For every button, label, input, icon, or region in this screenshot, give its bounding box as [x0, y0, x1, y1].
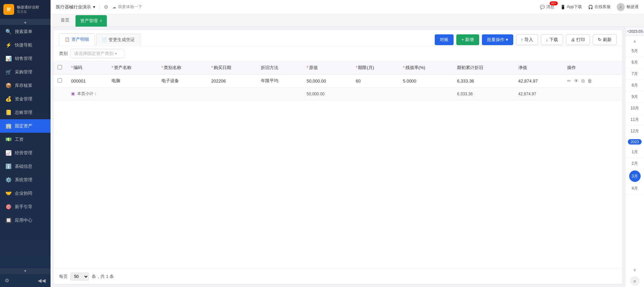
subtotal-empty-1: [54, 88, 67, 100]
tab-asset-management[interactable]: 资产管理 ×: [75, 15, 107, 27]
th-category: *类别名称: [157, 61, 207, 74]
settings-icon[interactable]: ⚙: [5, 278, 9, 284]
sidebar-item-label: 经营管理: [15, 150, 32, 156]
subtotal-icon: ▣: [71, 91, 75, 96]
sidebar-item-basic-info[interactable]: ℹ️ 基础信息: [0, 160, 51, 173]
calendar-up-arrow[interactable]: ▲: [633, 38, 637, 43]
sidebar-item-fixed-assets[interactable]: 🏢 固定资产: [0, 119, 51, 133]
calendar-down-arrow[interactable]: ▼: [633, 267, 637, 273]
new-button[interactable]: + 新增: [456, 34, 479, 45]
category-select[interactable]: 请选择固定资产类别 ▾: [70, 49, 124, 58]
select-all-checkbox[interactable]: [58, 65, 62, 69]
sidebar: 财 畅捷通好业财 普及版 ▲ 🔍 搜索菜单 ⚡ 快捷导航 📊 销售管理 🛒 采购…: [0, 0, 51, 287]
ledger-icon: 📒: [5, 109, 11, 116]
th-purchase-date: *购买日期: [207, 61, 257, 74]
sidebar-item-nav[interactable]: ⚡ 快捷导航: [0, 38, 51, 52]
download-button[interactable]: ↓ 下载: [541, 34, 563, 45]
month-10[interactable]: 10月: [625, 103, 644, 114]
month-5[interactable]: 5月: [625, 45, 644, 57]
month-2[interactable]: 2月: [625, 158, 644, 169]
tab-home[interactable]: 首页: [56, 14, 74, 27]
experience-link[interactable]: ☁ 我要体验一下: [112, 4, 142, 10]
th-residual-rate: *残值率(%): [399, 61, 453, 74]
tab-asset-detail[interactable]: 📋 资产明细: [59, 33, 95, 46]
change-voucher-icon: 📄: [102, 37, 107, 42]
sidebar-logo: 财 畅捷通好业财 普及版: [0, 0, 51, 19]
th-code: *编码: [67, 61, 108, 74]
sidebar-nav: 🔍 搜索菜单 ⚡ 快捷导航 📊 销售管理 🛒 采购管理 📦 库存核算 💰 资金管…: [0, 25, 51, 268]
month-8[interactable]: 8月: [625, 80, 644, 91]
reconcile-button[interactable]: 对账: [435, 34, 454, 45]
sidebar-item-search[interactable]: 🔍 搜索菜单: [0, 25, 51, 38]
calendar-action-icon: ○: [634, 279, 636, 284]
batch-button[interactable]: 批量操作 ▾: [482, 34, 513, 45]
per-page-select[interactable]: 50 100: [70, 273, 89, 281]
messages-button[interactable]: 💬 消息 99+: [540, 4, 554, 10]
content-area: 📋 资产明细 📄 变更生成凭证 对账 + 新增 批量操作 ▾ ↑: [51, 27, 644, 287]
month-7[interactable]: 7月: [625, 68, 644, 80]
inventory-icon: 📦: [5, 83, 11, 89]
sidebar-item-operations[interactable]: 📈 经营管理: [0, 146, 51, 160]
sidebar-item-guide[interactable]: 🎯 新手引导: [0, 200, 51, 214]
month-6[interactable]: 6月: [625, 57, 644, 68]
import-button[interactable]: ↑ 导入: [516, 34, 538, 45]
sidebar-scroll-down[interactable]: ▼: [0, 268, 51, 274]
sidebar-item-label: 系统管理: [15, 177, 32, 183]
month-4[interactable]: 4月: [625, 183, 644, 194]
app-logo-icon: 财: [3, 4, 14, 15]
month-1[interactable]: 1月: [625, 147, 644, 158]
sidebar-item-collab[interactable]: 🤝 企业协同: [0, 187, 51, 200]
gear-icon[interactable]: ⚙: [104, 4, 108, 10]
sidebar-item-finance[interactable]: 💰 资金管理: [0, 92, 51, 106]
month-12[interactable]: 12月: [625, 126, 644, 137]
message-icon: 💬: [540, 5, 545, 9]
sidebar-item-system[interactable]: ⚙️ 系统管理: [0, 173, 51, 187]
online-service-button[interactable]: 🎧 在线客服: [588, 4, 611, 10]
calendar-close-icon[interactable]: ×: [627, 29, 629, 34]
calendar-expand-icon[interactable]: ⤢: [643, 29, 644, 34]
print-button[interactable]: 🖨 打印: [566, 34, 590, 45]
sidebar-item-app-center[interactable]: 🔲 应用中心: [0, 214, 51, 227]
app-download-button[interactable]: 📱 App下载: [560, 4, 582, 10]
edit-icon[interactable]: ✏: [567, 78, 571, 84]
cell-original-value: 50,000.00: [303, 74, 352, 88]
delete-icon[interactable]: 🗑: [587, 78, 592, 84]
total-label: 条，共 1 条: [92, 274, 114, 280]
month-3-current[interactable]: 3月: [629, 170, 641, 182]
user-menu[interactable]: 人 畅捷通: [617, 3, 639, 11]
sidebar-item-payroll[interactable]: 💵 工资: [0, 133, 51, 146]
sidebar-item-ledger[interactable]: 📒 总账管理: [0, 106, 51, 119]
copy-icon[interactable]: ⧉: [581, 78, 585, 84]
cell-period: 60: [351, 74, 399, 88]
month-9[interactable]: 9月: [625, 91, 644, 103]
tabbar: 首页 资产管理 ×: [51, 14, 644, 27]
refresh-button[interactable]: ↻ 刷新: [593, 34, 617, 45]
avatar: 人: [617, 3, 625, 11]
view-icon[interactable]: 👁: [574, 78, 579, 84]
print-icon: 🖨: [571, 37, 575, 42]
calendar-bottom-action[interactable]: ○: [630, 276, 640, 286]
messages-badge: 99+: [550, 1, 557, 5]
cell-name: 电脑: [108, 74, 157, 88]
year-badge-2023[interactable]: 2023: [628, 139, 641, 145]
search-icon: 🔍: [5, 29, 11, 35]
sidebar-item-label: 资金管理: [15, 96, 32, 102]
company-name: 医疗器械行业演示: [56, 4, 91, 10]
sidebar-item-sales[interactable]: 📊 销售管理: [0, 52, 51, 65]
th-net-value: 净值: [514, 61, 563, 74]
sidebar-scroll-up[interactable]: ▲: [0, 19, 51, 25]
category-placeholder: 请选择固定资产类别: [74, 51, 114, 57]
month-11[interactable]: 11月: [625, 114, 644, 126]
row-checkbox[interactable]: [58, 78, 62, 83]
collapse-icon[interactable]: ◀◀: [38, 278, 46, 284]
tab-close-icon[interactable]: ×: [100, 19, 102, 23]
sidebar-item-purchase[interactable]: 🛒 采购管理: [0, 65, 51, 79]
action-icons: ✏ 👁 ⧉ 🗑: [567, 78, 618, 84]
sidebar-item-inventory[interactable]: 📦 库存核算: [0, 79, 51, 92]
subtotal-period-empty: [351, 88, 399, 100]
subtotal-original-value: 50,000.00: [303, 88, 352, 100]
table-header-row: *编码 *资产名称 *类别名称 *购买日期 折旧方法 *原值 *期限(月) *残…: [54, 61, 622, 74]
app-download-label: App下载: [567, 4, 582, 10]
tab-change-voucher[interactable]: 📄 变更生成凭证: [96, 34, 141, 45]
company-selector[interactable]: 医疗器械行业演示 ▾: [56, 4, 95, 10]
